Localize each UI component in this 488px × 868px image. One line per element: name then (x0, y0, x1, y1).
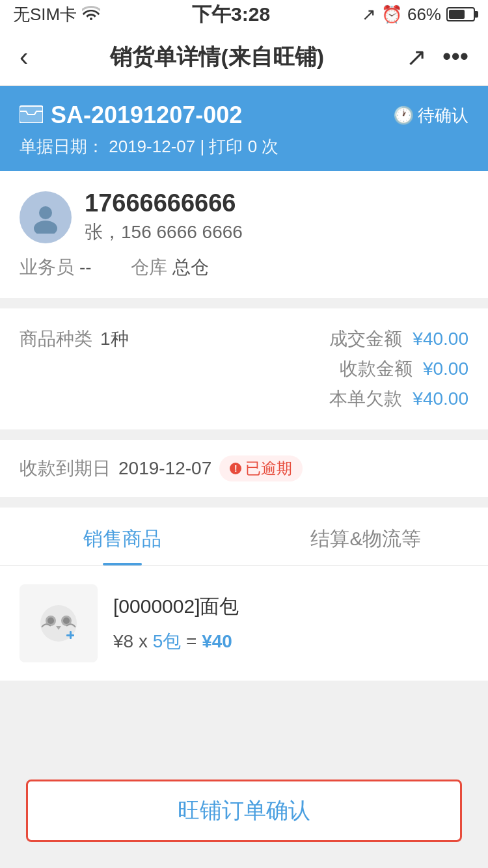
order-inbox-icon (20, 102, 43, 129)
svg-point-2 (34, 221, 57, 234)
svg-point-6 (47, 617, 54, 624)
svg-point-7 (63, 617, 70, 624)
share-button[interactable]: ↗ (406, 43, 427, 72)
tab-settlement[interactable]: 结算&物流等 (244, 508, 488, 565)
svg-point-1 (39, 206, 52, 219)
amounts: 成交金额 ¥40.00 收款金额 ¥0.00 本单欠款 ¥40.00 (329, 327, 468, 411)
overdue-icon: ! (230, 463, 241, 474)
due-date-value: 2019-12-07 (118, 458, 211, 479)
product-thumbnail (20, 584, 98, 662)
order-header-top: SA-20191207-002 🕐 待确认 (20, 102, 468, 129)
product-price: ¥8 x 5包 = ¥40 (113, 629, 468, 654)
order-header: SA-20191207-002 🕐 待确认 单据日期： 2019-12-07 |… (0, 86, 488, 171)
product-type: 商品种类 1种 (20, 327, 129, 351)
product-info: [0000002]面包 ¥8 x 5包 = ¥40 (113, 593, 468, 654)
customer-info: 17666666666 张，156 6666 6666 (85, 189, 243, 245)
clock-icon: 🕐 (393, 105, 414, 126)
overdue-badge: ! 已逾期 (219, 455, 303, 481)
product-name: [0000002]面包 (113, 593, 468, 620)
received-value: ¥0.00 (423, 359, 468, 379)
status-bar-right: ↗ ⏰ 66% (362, 5, 475, 25)
tabs-header: 销售商品 结算&物流等 (0, 508, 488, 566)
avatar (20, 191, 72, 243)
tabs-section: 销售商品 结算&物流等 (0, 508, 488, 566)
status-bar-left: 无SIM卡 (13, 3, 100, 26)
more-button[interactable]: ••• (442, 43, 468, 71)
warehouse: 仓库 总仓 (131, 255, 209, 280)
customer-section: 17666666666 张，156 6666 6666 业务员 -- 仓库 总仓 (0, 171, 488, 298)
customer-phone: 17666666666 (85, 189, 243, 217)
bottom-bar: 旺铺订单确认 (0, 766, 488, 868)
due-date-label: 收款到期日 (20, 456, 111, 481)
confirm-button[interactable]: 旺铺订单确认 (26, 780, 462, 842)
nav-actions: ↗ ••• (406, 43, 468, 72)
back-button[interactable]: ‹ (20, 42, 28, 72)
wifi-icon (82, 5, 100, 25)
order-status: 🕐 待确认 (393, 104, 468, 127)
svg-rect-9 (66, 634, 74, 636)
due-value: ¥40.00 (413, 388, 468, 409)
amount-row: 成交金额 ¥40.00 (329, 327, 468, 351)
status-bar: 无SIM卡 下午3:28 ↗ ⏰ 66% (0, 0, 488, 29)
customer-top: 17666666666 张，156 6666 6666 (20, 189, 468, 245)
product-item: [0000002]面包 ¥8 x 5包 = ¥40 (0, 566, 488, 681)
carrier-label: 无SIM卡 (13, 3, 77, 26)
due-date-section: 收款到期日 2019-12-07 ! 已逾期 (0, 440, 488, 497)
customer-meta: 业务员 -- 仓库 总仓 (20, 255, 468, 280)
summary-section: 商品种类 1种 成交金额 ¥40.00 收款金额 ¥0.00 本单欠款 ¥40.… (0, 308, 488, 429)
received-row: 收款金额 ¥0.00 (340, 357, 468, 381)
customer-name: 张，156 6666 6666 (85, 220, 243, 245)
sales-person: 业务员 -- (20, 255, 92, 280)
amount-value: ¥40.00 (413, 329, 468, 349)
battery-icon (446, 7, 475, 21)
status-bar-time: 下午3:28 (192, 1, 270, 28)
order-number: SA-20191207-002 (20, 102, 242, 129)
battery-label: 66% (407, 5, 441, 25)
due-row: 本单欠款 ¥40.00 (329, 387, 468, 411)
product-section: [0000002]面包 ¥8 x 5包 = ¥40 (0, 566, 488, 681)
page-title: 销货单详情(来自旺铺) (110, 42, 324, 72)
nav-bar: ‹ 销货单详情(来自旺铺) ↗ ••• (0, 29, 488, 86)
location-icon: ↗ (362, 5, 376, 25)
tab-sales-products[interactable]: 销售商品 (0, 508, 244, 565)
alarm-icon: ⏰ (381, 5, 402, 25)
order-date: 单据日期： 2019-12-07 | 打印 0 次 (20, 135, 468, 158)
